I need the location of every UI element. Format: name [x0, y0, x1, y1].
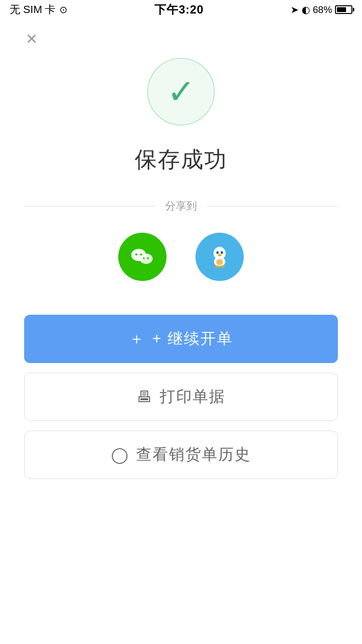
- svg-point-2: [135, 253, 137, 255]
- share-divider: 分享到: [0, 199, 362, 213]
- status-time: 下午3:20: [154, 2, 204, 17]
- success-title: 保存成功: [135, 145, 227, 175]
- qq-share-button[interactable]: [195, 233, 244, 281]
- battery-percent: 68%: [313, 4, 332, 15]
- print-button[interactable]: 🖶 打印单据: [24, 373, 338, 421]
- continue-button[interactable]: ＋ + 继续开单: [24, 315, 338, 363]
- wifi-icon: ⊙: [59, 4, 68, 15]
- wechat-icon: [128, 243, 156, 271]
- status-right: ➤ ◐ 68%: [291, 4, 352, 15]
- status-left: 无 SIM 卡 ⊙: [10, 2, 68, 17]
- svg-point-5: [147, 257, 149, 259]
- qq-icon: [207, 244, 233, 270]
- status-bar: 无 SIM 卡 ⊙ 下午3:20 ➤ ◐ 68%: [0, 0, 362, 19]
- printer-icon: 🖶: [137, 388, 153, 406]
- svg-point-13: [216, 259, 223, 266]
- main-content: ✓ 保存成功 分享到: [0, 19, 362, 479]
- svg-point-15: [220, 266, 224, 268]
- close-icon: ✕: [26, 30, 38, 47]
- action-buttons: ＋ + 继续开单 🖶 打印单据 ◯ 查看销货单历史: [0, 315, 362, 479]
- checkmark-icon: ✓: [167, 75, 195, 109]
- divider-right: [207, 206, 338, 207]
- close-button[interactable]: ✕: [19, 27, 43, 51]
- clock-icon: ◯: [111, 446, 129, 464]
- plus-icon: ＋: [129, 328, 145, 350]
- location-icon: ➤: [291, 4, 299, 15]
- print-label: 打印单据: [160, 386, 225, 407]
- svg-point-11: [221, 252, 223, 253]
- continue-label: + 继续开单: [152, 328, 233, 350]
- svg-point-14: [215, 266, 219, 268]
- svg-point-10: [217, 252, 218, 253]
- svg-point-4: [143, 257, 145, 259]
- success-circle: ✓: [147, 58, 215, 126]
- history-label: 查看销货单历史: [136, 444, 251, 465]
- wechat-share-button[interactable]: [118, 233, 167, 281]
- share-label: 分享到: [155, 199, 207, 213]
- divider-left: [24, 206, 155, 207]
- history-button[interactable]: ◯ 查看销货单历史: [24, 431, 338, 479]
- svg-point-3: [140, 253, 142, 255]
- share-icons: [118, 233, 244, 281]
- alarm-icon: ◐: [302, 4, 310, 15]
- svg-point-12: [218, 254, 221, 256]
- sim-status: 无 SIM 卡: [10, 2, 56, 17]
- battery-icon: [335, 5, 352, 14]
